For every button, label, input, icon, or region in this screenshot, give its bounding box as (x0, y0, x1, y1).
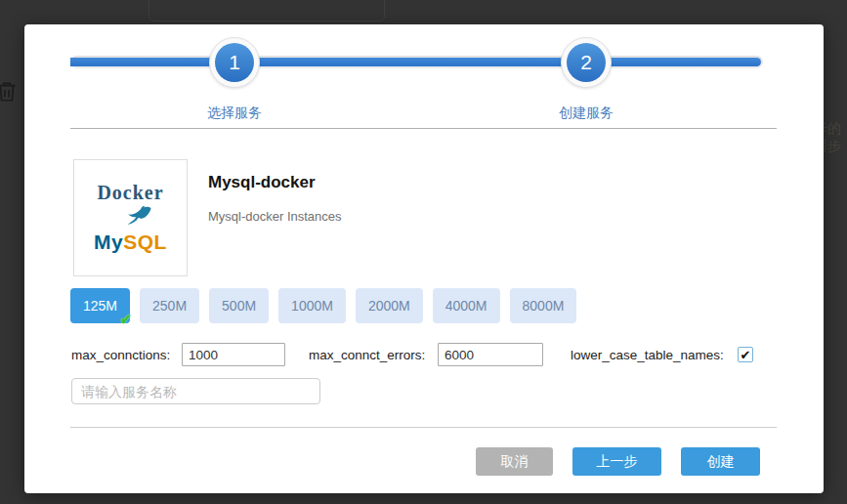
wizard-step-2-number: 2 (567, 43, 606, 82)
previous-step-button[interactable]: 上一步 (572, 447, 661, 476)
wizard-step-1[interactable]: 1 (209, 37, 260, 88)
memory-option-label: 2000M (368, 298, 410, 314)
mysql-logo-text: MySQL (94, 231, 167, 254)
mysql-logo-my: My (94, 231, 123, 253)
memory-option-label: 8000M (523, 298, 565, 314)
cancel-button[interactable]: 取消 (476, 447, 553, 476)
create-service-dialog: 1 2 选择服务 创建服务 Docker MySQL Mysql-docker … (24, 24, 824, 493)
trash-icon (0, 78, 20, 104)
max-connections-input[interactable] (182, 343, 285, 366)
max-connections-label: max_connctions: (71, 348, 170, 362)
service-logo: Docker MySQL (73, 159, 188, 276)
wizard-step-1-label: 选择服务 (176, 105, 293, 122)
memory-option-2000m[interactable]: 2000M (356, 288, 423, 323)
service-subtitle: Mysql-docker Instances (208, 209, 342, 224)
memory-option-label: 1000M (291, 298, 333, 314)
background-button-outline (148, 0, 385, 21)
mysql-logo-sql: SQL (123, 231, 167, 253)
create-button[interactable]: 创建 (681, 447, 760, 476)
header-divider (70, 128, 777, 129)
memory-option-250m[interactable]: 250M (140, 288, 199, 323)
memory-option-125m[interactable]: 125M ✔ (70, 288, 130, 323)
mysql-dolphin-icon (122, 205, 153, 232)
memory-option-4000m[interactable]: 4000M (433, 288, 500, 323)
memory-option-label: 4000M (445, 298, 487, 314)
lower-case-table-names-label: lower_case_table_names: (571, 348, 724, 362)
wizard-progress-fill (70, 58, 761, 66)
max-connect-errors-input[interactable] (438, 343, 543, 366)
checkbox-check-icon: ✔ (741, 348, 751, 362)
memory-options-row: 125M ✔ 250M 500M 1000M 2000M 4000M 8000M (70, 288, 576, 323)
memory-option-500m[interactable]: 500M (209, 288, 269, 323)
footer-actions: 取消 上一步 创建 (476, 447, 760, 476)
wizard-step-2[interactable]: 2 (561, 37, 612, 88)
footer-divider (70, 427, 777, 428)
wizard-step-1-number: 1 (215, 43, 254, 82)
max-connect-errors-label: max_connct_errors: (309, 348, 425, 362)
memory-option-1000m[interactable]: 1000M (278, 288, 346, 323)
memory-option-label: 250M (152, 298, 187, 314)
memory-option-8000m[interactable]: 8000M (510, 288, 577, 323)
service-title: Mysql-docker (208, 173, 316, 192)
memory-option-label: 500M (222, 298, 256, 314)
lower-case-table-names-checkbox[interactable]: ✔ (738, 347, 753, 362)
service-name-input[interactable] (71, 378, 320, 404)
docker-logo-text: Docker (97, 182, 163, 204)
wizard-step-2-label: 创建服务 (528, 105, 645, 122)
wizard-progress-track (70, 56, 763, 68)
selected-check-icon: ✔ (119, 311, 132, 328)
memory-option-label: 125M (83, 298, 117, 314)
